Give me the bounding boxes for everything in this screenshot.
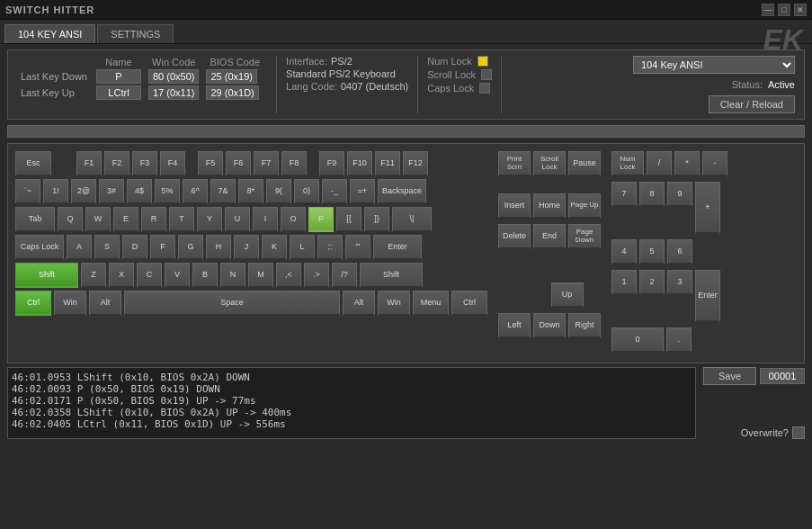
key-n[interactable]: N (220, 263, 245, 288)
key-num9[interactable]: 9 (667, 182, 692, 207)
key-v[interactable]: V (165, 263, 190, 288)
key-num-enter[interactable]: Enter (695, 270, 720, 322)
key-insert[interactable]: Insert (498, 193, 531, 219)
key-capslock[interactable]: Caps Lock (15, 235, 64, 260)
key-num-mult[interactable]: * (674, 151, 700, 176)
key-end[interactable]: End (533, 224, 566, 249)
key-2[interactable]: 2@ (71, 179, 96, 204)
key-c[interactable]: C (137, 263, 162, 288)
key-h[interactable]: H (206, 235, 231, 260)
key-j[interactable]: J (234, 235, 259, 260)
key-semicolon[interactable]: ;: (317, 235, 343, 260)
key-backslash[interactable]: \| (392, 207, 432, 232)
key-num-dot[interactable]: . (666, 327, 692, 353)
key-1[interactable]: 1! (43, 179, 68, 204)
key-f[interactable]: F (150, 235, 175, 260)
key-menu[interactable]: Menu (413, 291, 449, 316)
keyboard-select[interactable]: 104 Key ANSI (633, 56, 795, 74)
key-slash[interactable]: /? (332, 263, 357, 288)
key-w[interactable]: W (85, 207, 111, 232)
key-f2[interactable]: F2 (104, 151, 129, 176)
key-r[interactable]: R (141, 207, 166, 232)
key-esc[interactable]: Esc (15, 151, 51, 176)
key-f4[interactable]: F4 (160, 151, 185, 176)
key-f6[interactable]: F6 (226, 151, 251, 176)
key-ralt[interactable]: Alt (343, 291, 375, 316)
key-rbracket[interactable]: ]} (364, 207, 389, 232)
key-num0[interactable]: 0 (611, 327, 664, 353)
key-lctrl[interactable]: Ctrl (15, 291, 51, 316)
key-pagedown[interactable]: Page Down (568, 224, 601, 249)
key-num2[interactable]: 2 (639, 270, 665, 295)
clear-reload-button[interactable]: Clear / Reload (709, 95, 795, 113)
key-pause[interactable]: Pause (568, 151, 601, 176)
key-printscr[interactable]: Print Scrn (498, 151, 531, 176)
save-button[interactable]: Save (703, 367, 756, 385)
key-num5[interactable]: 5 (639, 239, 665, 264)
key-num-slash[interactable]: / (647, 151, 672, 176)
key-f8[interactable]: F8 (281, 151, 307, 176)
key-b[interactable]: B (192, 263, 218, 288)
key-q[interactable]: Q (58, 207, 83, 232)
key-scrolllock[interactable]: Scroll Lock (533, 151, 566, 176)
key-g[interactable]: G (178, 235, 203, 260)
key-lbracket[interactable]: [{ (336, 207, 361, 232)
key-lshift[interactable]: Shift (15, 263, 78, 288)
key-pageup[interactable]: Page Up (568, 193, 601, 219)
key-num3[interactable]: 3 (667, 270, 692, 295)
overwrite-checkbox[interactable] (792, 426, 805, 439)
key-o[interactable]: O (281, 207, 306, 232)
key-f5[interactable]: F5 (198, 151, 223, 176)
key-6[interactable]: 6^ (183, 179, 208, 204)
key-backspace[interactable]: Backspace (378, 179, 426, 204)
key-s[interactable]: S (94, 235, 120, 260)
key-4[interactable]: 4$ (127, 179, 152, 204)
key-right[interactable]: Right (568, 313, 601, 338)
key-u[interactable]: U (225, 207, 250, 232)
key-up[interactable]: Up (551, 282, 584, 308)
key-home[interactable]: Home (533, 193, 566, 219)
key-num6[interactable]: 6 (667, 239, 692, 264)
key-x[interactable]: X (109, 263, 134, 288)
key-e[interactable]: E (113, 207, 138, 232)
key-lalt[interactable]: Alt (89, 291, 121, 316)
key-d[interactable]: D (122, 235, 147, 260)
key-minus[interactable]: -_ (322, 179, 347, 204)
key-0[interactable]: 0) (294, 179, 319, 204)
key-f10[interactable]: F10 (347, 151, 372, 176)
key-z[interactable]: Z (81, 263, 106, 288)
key-tab[interactable]: Tab (15, 207, 55, 232)
key-equal[interactable]: =+ (350, 179, 375, 204)
key-i[interactable]: I (253, 207, 278, 232)
key-num-minus[interactable]: - (702, 151, 727, 176)
key-num7[interactable]: 7 (611, 182, 637, 207)
maximize-button[interactable]: □ (778, 4, 790, 16)
key-comma[interactable]: ,< (276, 263, 301, 288)
key-period[interactable]: .> (304, 263, 329, 288)
key-m[interactable]: M (248, 263, 273, 288)
tab-104-key-ansi[interactable]: 104 KEY ANSI (4, 24, 95, 43)
minimize-button[interactable]: — (762, 4, 774, 16)
key-7[interactable]: 7& (210, 179, 236, 204)
key-k[interactable]: K (262, 235, 287, 260)
key-left[interactable]: Left (498, 313, 531, 338)
key-num4[interactable]: 4 (611, 239, 637, 264)
key-5[interactable]: 5% (155, 179, 180, 204)
key-lwin[interactable]: Win (54, 291, 86, 316)
key-f3[interactable]: F3 (132, 151, 157, 176)
key-enter[interactable]: Enter (373, 235, 422, 260)
key-quote[interactable]: '" (345, 235, 370, 260)
key-f1[interactable]: F1 (76, 151, 102, 176)
key-space[interactable]: Space (124, 291, 340, 316)
key-3[interactable]: 3# (99, 179, 124, 204)
key-l[interactable]: L (290, 235, 315, 260)
tab-settings[interactable]: SETTINGS (97, 24, 174, 43)
key-p[interactable]: P (308, 207, 334, 232)
key-f11[interactable]: F11 (375, 151, 400, 176)
key-f9[interactable]: F9 (319, 151, 344, 176)
key-delete[interactable]: Delete (498, 224, 531, 249)
key-rctrl[interactable]: Ctrl (451, 291, 487, 316)
key-a[interactable]: A (67, 235, 92, 260)
key-numlock[interactable]: Num Lock (611, 151, 644, 176)
key-rshift[interactable]: Shift (360, 263, 423, 288)
